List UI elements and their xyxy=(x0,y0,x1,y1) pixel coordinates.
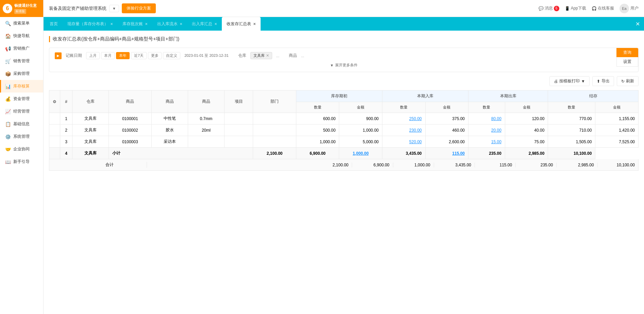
sidebar-item-basic[interactable]: 📋基础信息 xyxy=(0,118,43,130)
sidebar-icon-purchase: 📦 xyxy=(5,71,11,77)
row-no-0: 1 xyxy=(60,113,72,125)
refresh-btn[interactable]: ↻ 刷新 xyxy=(617,76,639,86)
date-btn-3[interactable]: 近7天 xyxy=(131,52,147,59)
tab-close-inventory[interactable]: ✕ xyxy=(110,22,113,26)
subtotal-in-qty[interactable]: 1,000.00 xyxy=(339,148,382,159)
sidebar-item-marketing[interactable]: 📢营销推广 xyxy=(0,42,43,55)
subtotal-out-qty[interactable]: 115.00 xyxy=(425,148,468,159)
row-goods-code-1: 0100002 xyxy=(109,125,152,136)
sidebar-item-finance[interactable]: 💰资金管理 xyxy=(0,93,43,105)
refresh-icon: ↻ xyxy=(621,79,625,84)
app-download-btn[interactable]: 📱 App下载 xyxy=(565,5,586,11)
tab-close-receive_summary[interactable]: ✕ xyxy=(253,22,256,26)
page-title: 收发存汇总表(按仓库+商品编码+商品+规格型号+项目+部门) xyxy=(49,36,639,42)
message-btn[interactable]: 💬 消息 6 xyxy=(539,5,559,11)
goods-more[interactable]: ... xyxy=(301,54,304,58)
row-open-amt-1: 1,000.00 xyxy=(339,125,382,136)
phone-icon: 📱 xyxy=(565,6,570,11)
sidebar-item-system[interactable]: ⚙️系统管理 xyxy=(0,130,43,143)
row-close-qty-0: 770.00 xyxy=(548,113,595,125)
in-amt-header: 金额 xyxy=(425,102,468,113)
toolbar-row: 🖨 按模板打印 ▼ ⬆ 导出 ↻ 刷新 xyxy=(49,76,639,86)
sidebar-icon-basic: 📋 xyxy=(5,121,11,127)
out-amt-header: 金额 xyxy=(505,102,548,113)
sidebar-label-operations: 经营管理 xyxy=(13,109,30,114)
date-btn-1[interactable]: 本月 xyxy=(101,52,115,59)
tab-inventory[interactable]: 现存量（库存分布表）✕ xyxy=(63,17,118,31)
tab-bar-close-btn[interactable]: ✕ xyxy=(633,21,643,27)
in-qty-header: 数量 xyxy=(382,102,425,113)
warehouse-tag-remove[interactable]: ✕ xyxy=(266,53,269,58)
row-out-qty-0[interactable]: 80.00 xyxy=(468,113,505,125)
row-out-qty-2[interactable]: 15.00 xyxy=(468,136,505,148)
no-col-header: # xyxy=(60,90,72,113)
tab-inout_flow[interactable]: 出入库流水✕ xyxy=(152,17,187,31)
filter-bar: ▶ 记账日期 上月本月本年近7天更多自定义 2023-01-01 至 2023-… xyxy=(49,48,639,72)
date-btn-0[interactable]: 上月 xyxy=(86,52,100,59)
row-dept-1 xyxy=(253,125,296,136)
sidebar-label-collab: 企业协同 xyxy=(13,146,30,152)
subtotal-warehouse: 文具库 xyxy=(72,148,109,159)
sidebar-item-quick[interactable]: 🏠快捷导航 xyxy=(0,30,43,42)
row-warehouse-0: 文具库 xyxy=(72,113,109,125)
query-button[interactable]: 查询 xyxy=(616,48,638,57)
row-no-2: 3 xyxy=(60,136,72,148)
online-service-btn[interactable]: 🎧 在线客服 xyxy=(592,5,614,11)
sidebar-item-inventory[interactable]: 📊库存核算 xyxy=(0,80,43,93)
sidebar-icon-inventory: 📊 xyxy=(5,84,11,89)
sidebar-label-basic: 基础信息 xyxy=(13,121,30,127)
setting-button[interactable]: 设置 xyxy=(616,57,638,67)
tab-inout_summary[interactable]: 出入库汇总✕ xyxy=(187,17,222,31)
row-project-1 xyxy=(225,125,253,136)
sidebar-item-guide[interactable]: 📖新手引导 xyxy=(0,155,43,168)
filter-arrow[interactable]: ▶ xyxy=(55,52,62,59)
settings-col-header[interactable]: ⚙ xyxy=(49,90,60,113)
goods-label: 商品 xyxy=(289,53,297,59)
footer-in-qty: 1,000.00 xyxy=(393,163,434,167)
tab-close-batch[interactable]: ✕ xyxy=(145,22,148,26)
sidebar-item-search[interactable]: 🔍搜索菜单 xyxy=(0,17,43,30)
filter-row-1: ▶ 记账日期 上月本月本年近7天更多自定义 2023-01-01 至 2023-… xyxy=(55,52,633,59)
tab-receive_summary[interactable]: 收发存汇总表✕ xyxy=(222,17,261,31)
sidebar-item-sales[interactable]: 🛒销售管理 xyxy=(0,55,43,67)
row-in-qty-2[interactable]: 520.00 xyxy=(382,136,425,148)
subtotal-out-amt: 235.00 xyxy=(468,148,505,159)
experience-btn[interactable]: 体验行业方案 xyxy=(122,3,156,13)
row-in-qty-0[interactable]: 250.00 xyxy=(382,113,425,125)
row-settings-0[interactable] xyxy=(49,113,60,125)
tab-home[interactable]: 首页 xyxy=(45,17,63,31)
tab-batch[interactable]: 库存批次账✕ xyxy=(118,17,152,31)
sidebar-item-operations[interactable]: 📈经营管理 xyxy=(0,105,43,118)
subtotal-row: 4 文具库 小计 2,100.00 6,900.00 1,000.00 3,43… xyxy=(49,148,639,159)
close-qty-header: 数量 xyxy=(548,102,595,113)
date-btn-5[interactable]: 自定义 xyxy=(163,52,180,59)
tab-label-receive_summary: 收发存汇总表 xyxy=(227,21,251,27)
sidebar-item-purchase[interactable]: 📦采购管理 xyxy=(0,67,43,80)
project-col-header: 项目 xyxy=(225,90,253,113)
expand-more-btn[interactable]: ▼ 展开更多条件 xyxy=(55,63,633,68)
sidebar-icon-marketing: 📢 xyxy=(5,46,11,51)
date-btn-2[interactable]: 本年 xyxy=(116,52,130,59)
tab-close-inout_summary[interactable]: ✕ xyxy=(214,22,217,26)
sidebar-label-guide: 新手引导 xyxy=(13,159,30,165)
row-settings-2[interactable] xyxy=(49,136,60,148)
top-header: 装备及固定资产辅助管理系统 装备及固定资产辅助管理系统 ▼ 体验行业方案 💬 消… xyxy=(44,0,644,17)
date-buttons: 上月本月本年近7天更多自定义 xyxy=(86,52,180,59)
row-out-qty-1[interactable]: 20.00 xyxy=(468,125,505,136)
sidebar-item-collab[interactable]: 🤝企业协同 xyxy=(0,143,43,155)
avatar: Ea xyxy=(620,4,629,13)
closing-group-header: 结存 xyxy=(548,90,639,102)
content-inner: 收发存汇总表(按仓库+商品编码+商品+规格型号+项目+部门) ▶ 记账日期 上月… xyxy=(44,31,644,314)
user-area[interactable]: Ea 用户 xyxy=(620,4,639,13)
warehouse-tag[interactable]: 文具库 ✕ xyxy=(250,52,272,59)
warehouse-label: 仓库 xyxy=(238,53,246,59)
row-in-qty-1[interactable]: 230.00 xyxy=(382,125,425,136)
date-btn-4[interactable]: 更多 xyxy=(148,52,162,59)
print-btn[interactable]: 🖨 按模板打印 ▼ xyxy=(549,76,590,86)
tab-close-inout_flow[interactable]: ✕ xyxy=(180,22,182,26)
system-dropdown[interactable]: 装备及固定资产辅助管理系统 ▼ xyxy=(109,5,119,12)
export-btn[interactable]: ⬆ 导出 xyxy=(592,76,614,86)
row-settings-1[interactable] xyxy=(49,125,60,136)
warehouse-more[interactable]: ... xyxy=(276,54,279,58)
out-qty-header: 数量 xyxy=(468,102,505,113)
